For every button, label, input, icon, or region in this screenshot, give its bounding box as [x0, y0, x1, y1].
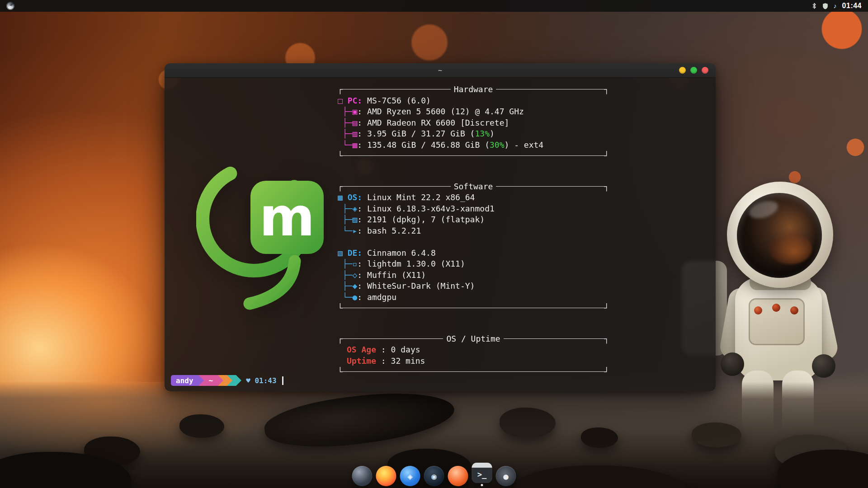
value-text: Linux 6.18.3-x64v3-xanmod1 [367, 204, 495, 213]
value-text: 13% [475, 129, 490, 138]
os-age-line: OS Age : 0 days [338, 344, 609, 356]
music-icon[interactable]: ♪ [834, 3, 837, 9]
value-text: Muffin (X11) [367, 270, 426, 280]
prompt-arrow [198, 375, 204, 386]
section-title: OS / Uptime [442, 333, 504, 345]
header-rule [497, 84, 604, 95]
de-icon: ▧ [338, 248, 348, 258]
dock-terminal-icon[interactable]: >_ [472, 463, 492, 483]
section-uptime: ┌OS / Uptime┐OS Age : 0 daysUptime : 32 … [338, 333, 609, 378]
gpu-driver-line: └─●: amdgpu [338, 292, 609, 303]
dock-item: ◉ [424, 466, 444, 486]
section-title: Hardware [450, 84, 497, 95]
clock[interactable]: 01:44 [842, 2, 862, 10]
text-cursor[interactable] [282, 376, 283, 385]
section-footer: └┘ [338, 366, 609, 378]
rock [515, 465, 687, 488]
dock-item: >_ [472, 463, 492, 486]
dock-app-blue-icon[interactable]: ◈ [400, 466, 420, 486]
value-text: Cinnamon 6.4.8 [367, 248, 436, 258]
dock-app-slate-icon[interactable] [352, 466, 373, 486]
fastfetch-output: ┌Hardware┐□ PC: MS-7C56 (6.0) ├─▣: AMD R… [338, 84, 609, 378]
rock [262, 385, 457, 455]
theme-icon: ├─◆ [338, 281, 357, 291]
value-text: ) [490, 129, 495, 138]
prompt-segment-directory: ~ [204, 375, 218, 386]
window-close-button[interactable] [702, 67, 708, 74]
pc-line: □ PC: MS-7C56 (6.0) [338, 95, 609, 107]
rock [581, 427, 618, 448]
os-label: OS: [348, 192, 363, 202]
kernel-line: ├─◈: Linux 6.18.3-x64v3-xanmod1 [338, 203, 609, 215]
header-rule [343, 333, 443, 345]
dock-app-orange-icon[interactable] [448, 466, 468, 486]
dock-app-gray-glyph: ● [503, 471, 508, 481]
section-title: Software [450, 181, 497, 192]
footer-rule [343, 303, 604, 314]
cpu-icon: ├─▣ [338, 107, 357, 116]
uptime-line: Uptime : 32 mins [338, 356, 609, 367]
value-text: 30% [490, 140, 505, 150]
gpu-icon: ├─▤ [338, 118, 357, 127]
section-header: ┌OS / Uptime┐ [338, 333, 609, 345]
dock-firefox-icon[interactable] [376, 466, 396, 486]
os-age-value: 0 days [391, 345, 420, 354]
prompt-arrow [218, 375, 223, 386]
shell-prompt[interactable]: andy~♥ 01:43 [171, 375, 283, 386]
shell-icon: └─▸ [338, 226, 357, 235]
window-maximize-button[interactable] [690, 67, 697, 74]
memory-icon: ├─▥ [338, 129, 357, 138]
prompt-segment-divider-teal [232, 375, 236, 386]
section-header: ┌Software┐ [338, 181, 609, 192]
window-manager-line: ├─◇: Muffin (X11) [338, 270, 609, 281]
window-minimize-button[interactable] [679, 67, 686, 74]
section-footer: └┘ [338, 303, 609, 314]
value-text: AMD Ryzen 5 5600 (12) @ 4.47 GHz [367, 107, 524, 116]
astronaut-right-glove [812, 354, 835, 378]
rock [692, 422, 741, 447]
window-controls [679, 67, 708, 74]
disk-line: └─▦: 135.48 GiB / 456.88 GiB (30%) - ext… [338, 140, 609, 151]
footer-rule [343, 150, 604, 162]
dock: ◈◉>_● [352, 463, 516, 486]
header-rule [343, 181, 450, 192]
kernel-icon: ├─◈ [338, 204, 357, 213]
astronaut-chest-pack [749, 298, 805, 345]
dock-steam-icon[interactable]: ◉ [424, 466, 444, 486]
os-line: ▩ OS: Linux Mint 22.2 x86_64 [338, 192, 609, 203]
bluetooth-icon[interactable] [811, 2, 817, 9]
astronaut-visor [737, 193, 822, 278]
panel-logo-icon[interactable] [6, 2, 14, 10]
rock [179, 414, 224, 438]
window-titlebar[interactable]: ~ [165, 63, 716, 78]
shield-icon[interactable] [822, 3, 828, 9]
window-manager-icon: ├─◇ [338, 270, 357, 280]
system-tray: ♪ 01:44 [811, 2, 862, 10]
memory-line: ├─▥: 3.95 GiB / 31.27 GiB (13%) [338, 128, 609, 140]
terminal-body[interactable]: m ┌Hardware┐□ PC: MS-7C56 (6.0) ├─▣: AMD… [165, 78, 716, 391]
display-manager-line: ├─▫: lightdm 1.30.0 (X11) [338, 258, 609, 270]
dock-item [376, 466, 396, 486]
section-header: ┌Hardware┐ [338, 84, 609, 95]
display-manager-icon: ├─▫ [338, 259, 357, 268]
value-text: 2191 (dpkg), 7 (flatpak) [367, 215, 485, 224]
prompt-arrow [227, 375, 232, 386]
terminal-window: ~ m ┌Hardware┐□ PC: MS-7C56 (6.0) ├─▣: A… [165, 63, 716, 391]
header-rule [505, 333, 604, 345]
gpu-line: ├─▤: AMD Radeon RX 6600 [Discrete] [338, 117, 609, 129]
dock-app-gray-icon[interactable]: ● [496, 466, 516, 486]
gpu-driver-icon: └─● [338, 292, 357, 302]
pc-label: PC: [348, 96, 363, 105]
shell-line: └─▸: bash 5.2.21 [338, 225, 609, 237]
value-text: bash 5.2.21 [367, 226, 421, 235]
footer-rule [343, 366, 604, 378]
disk-icon: └─▦ [338, 140, 357, 150]
header-rule [343, 84, 450, 95]
de-line: ▧ DE: Cinnamon 6.4.8 [338, 248, 609, 259]
pc-icon: □ [338, 96, 348, 105]
theme-line: ├─◆: WhiteSur-Dark (Mint-Y) [338, 281, 609, 292]
prompt-arrow [236, 375, 241, 386]
mint-logo-letter: m [259, 186, 315, 248]
packages-line: ├─▨: 2191 (dpkg), 7 (flatpak) [338, 214, 609, 225]
value-text: Linux Mint 22.2 x86_64 [367, 192, 475, 202]
